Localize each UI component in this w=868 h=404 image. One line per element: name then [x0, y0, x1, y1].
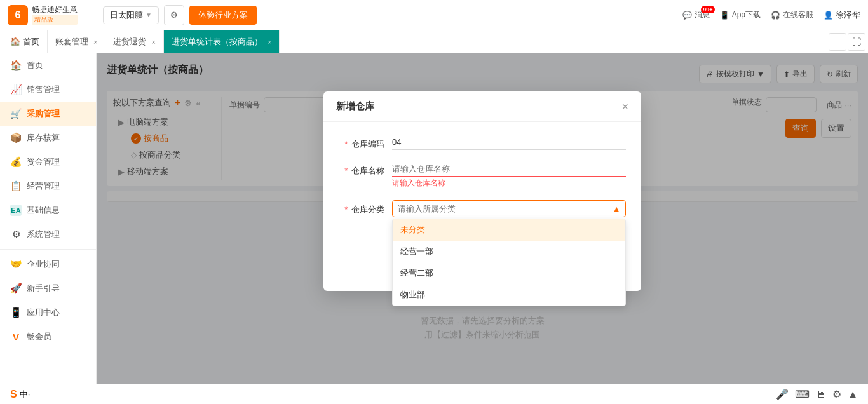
- avatar-icon: 👤: [824, 11, 833, 20]
- message-icon: 💬: [682, 11, 692, 20]
- operations-icon: 📋: [10, 180, 22, 192]
- required-star-classify: *: [344, 205, 348, 214]
- warehouse-name-error-msg: 请输入仓库名称: [392, 178, 626, 189]
- tab-home-label: 首页: [23, 36, 39, 48]
- header-right: 💬 消息 99+ 📱 App下载 🎧 在线客服 👤 徐泽华: [682, 10, 860, 21]
- dropdown-item-2[interactable]: 经营二部: [393, 262, 625, 284]
- sales-icon: 📈: [10, 84, 22, 95]
- classify-input-wrap: ▲ 未分类 经营一部 经营二部 物业部: [392, 200, 626, 217]
- sidebar-collab-label: 企业协同: [27, 259, 60, 270]
- form-row-name: * 仓库名称 请输入仓库名称: [339, 161, 626, 189]
- sidebar-item-sales[interactable]: 📈 销售管理: [0, 77, 96, 102]
- warehouse-name-field: 请输入仓库名称: [392, 161, 626, 189]
- warehouse-name-label: * 仓库名称: [339, 161, 384, 177]
- mic-icon[interactable]: 🎤: [776, 388, 789, 400]
- collab-icon: 🤝: [10, 259, 22, 270]
- modal-overlay[interactable]: 新增仓库 × * 仓库编码 *: [97, 53, 868, 404]
- system-icon: ⚙: [10, 229, 22, 240]
- classify-dropdown: 未分类 经营一部 经营二部 物业部: [392, 219, 626, 306]
- expand-icon[interactable]: ▲: [848, 389, 858, 400]
- sidebar-item-home[interactable]: 🏠 首页: [0, 53, 96, 77]
- app-download-icon: 📱: [720, 11, 729, 20]
- sidebar-inventory-label: 库存核算: [27, 132, 60, 144]
- sidebar-purchase-label: 采购管理: [27, 108, 60, 119]
- monitor-icon[interactable]: 🖥: [816, 389, 826, 400]
- sidebar-finance-label: 资金管理: [27, 156, 60, 168]
- keyboard-icon[interactable]: ⌨: [795, 388, 810, 400]
- dropdown-item-0[interactable]: 未分类: [393, 219, 625, 241]
- gear-icon: ⚙: [170, 10, 178, 20]
- tab-bar: 🏠 首页 账套管理 × 进货退货 × 进货单统计表（按商品） × — ⛶: [0, 30, 868, 53]
- purchase-icon: 🛒: [10, 108, 22, 119]
- dropdown-item-3[interactable]: 物业部: [393, 284, 625, 306]
- dropdown-item-1[interactable]: 经营一部: [393, 241, 625, 262]
- sidebar-item-collab[interactable]: 🤝 企业协同: [0, 252, 96, 276]
- newbie-icon: 🚀: [10, 283, 22, 294]
- required-star-name: *: [344, 166, 348, 175]
- tab-controls: — ⛶: [829, 33, 865, 51]
- sidebar-item-operations[interactable]: 📋 经营管理: [0, 174, 96, 198]
- tab-accounts[interactable]: 账套管理 ×: [48, 30, 105, 53]
- warehouse-name-input[interactable]: [392, 161, 626, 177]
- content-area: 进货单统计（按商品） 🖨 按模板打印 ▼ ⬆ 导出 ↻ 刷新: [97, 53, 868, 404]
- sidebar-item-purchase[interactable]: 🛒 采购管理: [0, 102, 96, 126]
- required-star-code: *: [344, 139, 348, 149]
- warehouse-classify-label: * 仓库分类: [339, 200, 384, 215]
- settings-icon-btn[interactable]: ⚙: [164, 5, 184, 25]
- user-name: 徐泽华: [836, 10, 860, 21]
- tab-purchase-stat-close[interactable]: ×: [268, 38, 271, 46]
- tab-home-icon: 🏠: [10, 37, 20, 46]
- tab-purchase-stat[interactable]: 进货单统计表（按商品） ×: [164, 30, 280, 53]
- app-download-btn[interactable]: 📱 App下载: [720, 10, 761, 20]
- tab-purchase-return[interactable]: 进货退货 ×: [105, 30, 163, 53]
- app-logo-icon: 6: [8, 5, 28, 25]
- classify-arrow-icon[interactable]: ▲: [612, 204, 621, 214]
- tab-minimize-btn[interactable]: —: [829, 33, 846, 51]
- user-profile-btn[interactable]: 👤 徐泽华: [824, 10, 860, 21]
- warehouse-code-input[interactable]: [392, 135, 626, 150]
- sidebar-item-finance[interactable]: 💰 资金管理: [0, 150, 96, 174]
- headphone-icon: 🎧: [771, 11, 780, 20]
- warehouse-code-label: * 仓库编码: [339, 135, 384, 150]
- sidebar-item-basic-info[interactable]: EA 基础信息: [0, 198, 96, 222]
- tab-accounts-label: 账套管理: [55, 36, 88, 48]
- dialog-body: * 仓库编码 * 仓库名称 请输入仓库名称: [323, 122, 641, 253]
- sidebar-basic-info-label: 基础信息: [27, 205, 60, 216]
- store-name: 日太阳膜: [110, 10, 143, 21]
- sidebar-item-newbie[interactable]: 🚀 新手引导: [0, 276, 96, 300]
- status-s-logo: S: [10, 389, 17, 400]
- dialog-close-btn[interactable]: ×: [621, 101, 628, 112]
- tab-accounts-close[interactable]: ×: [93, 38, 97, 46]
- trial-button[interactable]: 体验行业方案: [189, 6, 257, 25]
- dialog-header: 新增仓库 ×: [323, 91, 641, 122]
- header-middle: 日太阳膜 ▼ ⚙ 体验行业方案: [103, 5, 682, 25]
- system-tray-icon[interactable]: ⚙: [832, 388, 841, 400]
- classify-input[interactable]: [392, 200, 626, 217]
- sidebar-item-inventory[interactable]: 📦 库存核算: [0, 126, 96, 150]
- sidebar-vip-label: 畅会员: [27, 331, 51, 342]
- app-download-label: App下载: [732, 10, 761, 20]
- sidebar-sales-label: 销售管理: [27, 84, 60, 95]
- app-name: 畅捷通好生意: [32, 5, 78, 15]
- sidebar-item-system[interactable]: ⚙ 系统管理: [0, 222, 96, 246]
- status-logo: S 中·: [10, 389, 30, 400]
- tab-home[interactable]: 🏠 首页: [3, 30, 48, 53]
- tab-purchase-return-close[interactable]: ×: [151, 38, 155, 46]
- sidebar-divider: [0, 249, 96, 250]
- logo-area: 6 畅捷通好生意 精品版: [8, 5, 103, 25]
- main-layout: 🏠 首页 📈 销售管理 🛒 采购管理 📦 库存核算 💰 资金管理 📋 经营管理 …: [0, 53, 868, 404]
- status-bar: S 中· 🎤 ⌨ 🖥 ⚙ ▲: [0, 384, 868, 404]
- top-header: 6 畅捷通好生意 精品版 日太阳膜 ▼ ⚙ 体验行业方案 💬 消息 99+ 📱 …: [0, 0, 868, 30]
- online-service-btn[interactable]: 🎧 在线客服: [771, 10, 813, 20]
- sidebar-item-vip[interactable]: V 畅会员: [0, 325, 96, 349]
- sidebar-item-apps[interactable]: 📱 应用中心: [0, 300, 96, 325]
- store-selector[interactable]: 日太阳膜 ▼: [103, 6, 159, 24]
- form-row-classify: * 仓库分类 ▲ 未分类 经营一部 经营二部 物业部: [339, 200, 626, 217]
- tab-fullscreen-btn[interactable]: ⛶: [848, 33, 865, 51]
- store-selector-arrow: ▼: [146, 11, 152, 18]
- sidebar-system-label: 系统管理: [27, 229, 60, 240]
- notification-badge: 99+: [701, 6, 714, 13]
- status-icons: 🎤 ⌨ 🖥 ⚙ ▲: [776, 388, 858, 400]
- sidebar: 🏠 首页 📈 销售管理 🛒 采购管理 📦 库存核算 💰 资金管理 📋 经营管理 …: [0, 53, 97, 404]
- message-btn[interactable]: 💬 消息 99+: [682, 10, 710, 20]
